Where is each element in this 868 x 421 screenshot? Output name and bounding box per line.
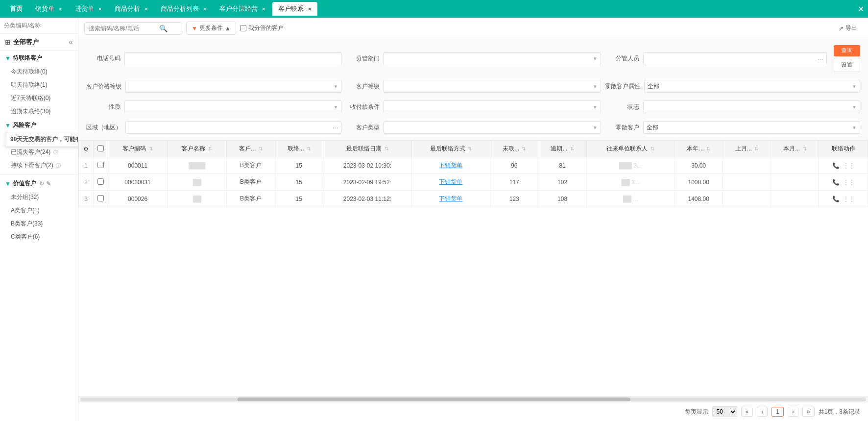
nav-tab-customer-contact[interactable]: 客户联系 ✕ [272, 2, 317, 16]
nav-tab-customer-tier[interactable]: 客户分层经营 ✕ [214, 2, 271, 16]
price-level-select[interactable]: ▼ [125, 80, 341, 93]
contact-action-icon-3[interactable]: 📞 [832, 196, 840, 202]
status-select[interactable]: ▼ [643, 100, 860, 113]
row-3-last-method[interactable]: 下销货单 [411, 191, 490, 207]
edit-icon[interactable]: ✎ [46, 180, 51, 187]
sort-arrows-code[interactable]: ⇅ [149, 146, 153, 151]
sidebar-item-type-b[interactable]: B类客户(33) [0, 217, 78, 230]
region-dots-icon[interactable]: ··· [333, 124, 338, 131]
sidebar-item-type-c[interactable]: C类客户(6) [0, 230, 78, 244]
sort-arrows-last-month[interactable]: ⇅ [754, 146, 758, 151]
sort-arrows-name[interactable]: ⇅ [208, 146, 212, 151]
row-1-last-method[interactable]: 下销货单 [411, 157, 490, 174]
search-input[interactable] [89, 25, 157, 32]
nav-tab-goods-list[interactable]: 商品分析列表 ✕ [155, 2, 213, 16]
scrollbar-thumb[interactable] [238, 397, 630, 401]
contact-action-icon[interactable]: 📞 [832, 162, 840, 169]
more-action-icon-3[interactable]: ⋮⋮ [843, 196, 855, 202]
row-1-checkbox[interactable] [94, 157, 108, 174]
prev-page-button[interactable]: ‹ [757, 407, 768, 417]
sidebar-group-risk[interactable]: ▼ 风险客户 90天无交易的客户，可能有流失风险。 [0, 118, 78, 132]
scattered-attr-select[interactable]: 全部 ▼ [644, 80, 860, 93]
sidebar-item-tomorrow-pending[interactable]: 明天待联络(1) [0, 78, 78, 92]
contact-action-icon-2[interactable]: 📞 [832, 179, 840, 186]
col-settings[interactable]: ⚙ [79, 141, 94, 157]
settings-button[interactable]: 设置 [834, 58, 860, 72]
sidebar-search-input[interactable] [4, 22, 77, 29]
export-button[interactable]: ↗ 导出 [834, 22, 862, 34]
nav-tab-home[interactable]: 首页 [4, 2, 28, 16]
sort-arrows-contact-person[interactable]: ⇅ [651, 146, 654, 151]
row-3-checkbox[interactable] [94, 191, 108, 207]
sort-arrows-this-year[interactable]: ⇅ [706, 146, 710, 151]
query-button[interactable]: 查询 [834, 45, 860, 56]
first-page-button[interactable]: « [741, 407, 753, 417]
nav-tab-goods-analysis[interactable]: 商品分析 ✕ [109, 2, 154, 16]
per-page-select[interactable]: 20 50 100 [712, 406, 737, 417]
filter-row-1-col-2: 分管部门 ▼ [345, 43, 601, 74]
my-customers-checkbox[interactable] [240, 25, 246, 31]
next-page-button[interactable]: › [788, 407, 798, 417]
sort-arrows-last-method[interactable]: ⇅ [468, 146, 472, 151]
refresh-icon[interactable]: ↻ [39, 180, 44, 187]
sort-arrows-no-contact[interactable]: ⇅ [522, 146, 526, 151]
customer-type-select[interactable]: ▼ [384, 121, 601, 134]
sidebar-item-week-pending[interactable]: 近7天待联络(0) [0, 92, 78, 105]
retail-select[interactable]: 全部 ▼ [643, 121, 860, 134]
row-2-action[interactable]: 📞 ⋮⋮ [819, 174, 868, 191]
sidebar-all-customers[interactable]: ⊞ 全部客户 « [0, 34, 78, 51]
customer-level-select[interactable]: ▼ [384, 80, 601, 93]
nav-tab-sales[interactable]: 销货单 ✕ [29, 2, 68, 16]
window-close-button[interactable]: ✕ [858, 4, 864, 14]
nav-tab-sales-close[interactable]: ✕ [58, 6, 62, 12]
nav-tab-customer-contact-close[interactable]: ✕ [308, 6, 312, 12]
sidebar-search-bar[interactable]: 🔍 [0, 18, 78, 34]
nav-tab-goods-list-close[interactable]: ✕ [203, 6, 207, 12]
sidebar-item-lost[interactable]: 已流失客户(24) ⓘ [0, 146, 78, 159]
row-1-type: B类客户 [227, 157, 275, 174]
row-2-checkbox[interactable] [94, 174, 108, 191]
sidebar-item-type-a[interactable]: A类客户(1) [0, 204, 78, 217]
nav-tab-purchase[interactable]: 进货单 ✕ [69, 2, 108, 16]
search-input-container[interactable]: 🔍 [84, 22, 182, 35]
sidebar-item-overdue-pending[interactable]: 逾期未联络(30) [0, 105, 78, 118]
scrollbar-track[interactable] [80, 397, 866, 401]
more-conditions-button[interactable]: ▼ 更多条件 ▲ [186, 22, 236, 35]
sort-arrows-last-date[interactable]: ⇅ [385, 146, 388, 151]
last-page-button[interactable]: » [802, 407, 815, 417]
sort-arrows-contact[interactable]: ⇅ [307, 146, 311, 151]
sidebar-item-ungrouped[interactable]: 未分组(32) [0, 191, 78, 204]
row-num-2: 2 [79, 174, 94, 191]
payment-select[interactable]: ▼ [384, 100, 601, 113]
sort-arrows-overdue[interactable]: ⇅ [570, 146, 574, 151]
more-action-icon[interactable]: ⋮⋮ [843, 162, 855, 169]
customer-table: ⚙ 客户编码 ⇅ 客户名称 ⇅ 客户... [78, 140, 868, 207]
row-1-action[interactable]: 📞 ⋮⋮ [819, 157, 868, 174]
sidebar-group-value[interactable]: ▼ 价值客户 ↻ ✎ [0, 176, 78, 191]
nav-tab-goods-analysis-close[interactable]: ✕ [144, 6, 148, 12]
nav-tab-purchase-close[interactable]: ✕ [98, 6, 102, 12]
filter-search-icon[interactable]: 🔍 [159, 25, 168, 32]
nature-select[interactable]: ▼ [124, 100, 341, 113]
nav-tab-customer-tier-close[interactable]: ✕ [262, 6, 265, 12]
filter-row-3-col-1: 性质 ▼ [86, 99, 341, 115]
sort-arrows-this-month[interactable]: ⇅ [803, 146, 807, 151]
region-select[interactable]: ··· [125, 121, 341, 134]
sidebar-item-today-pending[interactable]: 今天待联络(0) [0, 65, 78, 78]
horizontal-scrollbar[interactable] [78, 396, 868, 402]
row-2-last-method[interactable]: 下销货单 [411, 174, 490, 191]
my-customers-checkbox-label[interactable]: 我分管的客户 [240, 24, 284, 32]
phone-input[interactable] [124, 52, 341, 65]
manager-select[interactable]: ··· [643, 52, 827, 65]
sidebar-collapse-icon[interactable]: « [69, 38, 73, 47]
manager-dots-icon[interactable]: ··· [818, 55, 823, 63]
nav-tab-goods-list-label: 商品分析列表 [161, 4, 199, 13]
more-action-icon-2[interactable]: ⋮⋮ [843, 179, 855, 186]
sidebar-item-declining[interactable]: 持续下滑客户(2) ⓘ [0, 159, 78, 172]
select-all-checkbox[interactable] [97, 145, 104, 151]
col-checkbox[interactable] [94, 141, 108, 157]
row-3-action[interactable]: 📞 ⋮⋮ [819, 191, 868, 207]
sidebar-group-pending-contact[interactable]: ▼ 待联络客户 [0, 51, 78, 65]
dept-select[interactable]: ▼ [384, 52, 601, 65]
sort-arrows-type[interactable]: ⇅ [259, 146, 263, 151]
